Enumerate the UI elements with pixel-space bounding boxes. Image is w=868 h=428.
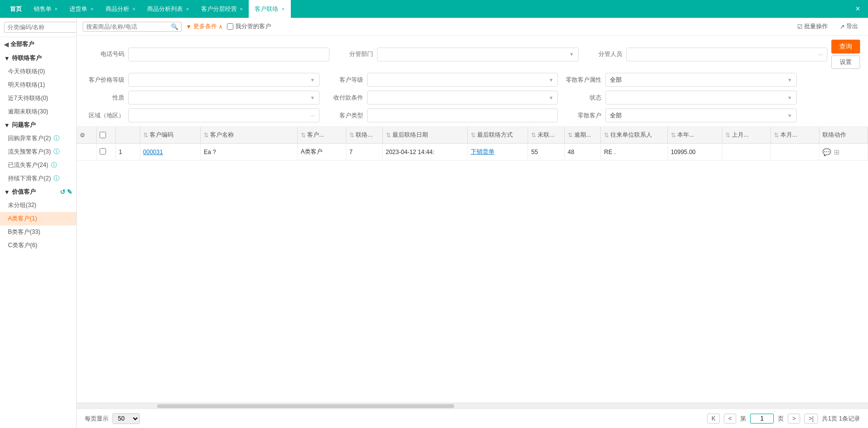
person-select[interactable]: ··· [626,48,827,61]
th-contact[interactable]: ⇅ 联络... [346,127,382,144]
region-dots-icon[interactable]: ··· [310,112,315,119]
th-this-month[interactable]: ⇅ 本月... [771,127,819,144]
td-gear [77,144,96,160]
horizontal-scrollbar[interactable] [77,403,868,409]
customer-type-label: 客户类型 [324,111,363,120]
next-page-button[interactable]: > [788,414,800,424]
sidebar-pending-contact-category[interactable]: ▼ 待联络客户 [0,52,76,65]
close-customer-segment-icon[interactable]: × [240,6,243,12]
td-last-contact-method[interactable]: 下销货单 [467,144,528,160]
sidebar-item-loss-warning[interactable]: 流失预警客户(3) ⓘ [0,145,76,159]
td-overdue: 48 [564,144,600,160]
sidebar-item-declining[interactable]: 持续下滑客户(2) ⓘ [0,172,76,185]
close-window-button[interactable]: × [852,4,864,13]
sidebar-value-customers-category[interactable]: ▼ 价值客户 ↺ ✎ [0,185,76,199]
region-select[interactable]: ··· [128,108,320,122]
payment-select[interactable]: ▼ [367,91,558,105]
refresh-icon[interactable]: ↺ [60,188,65,196]
first-page-button[interactable]: K [707,414,720,424]
th-last-contact-date[interactable]: ⇅ 最后联络日期 [382,127,467,144]
my-customers-check[interactable] [227,23,233,30]
td-name[interactable]: Ea ? [201,144,298,160]
more-actions-icon[interactable]: ⊞ [834,148,840,156]
info-icon-2: ⓘ [51,161,57,168]
sidebar-item-repurchase-abnormal[interactable]: 回购异常客户(2) ⓘ [0,132,76,145]
export-button[interactable]: ↗ 导出 [836,21,862,32]
nature-select[interactable]: ▼ [128,91,320,105]
status-select[interactable]: ▼ [605,91,797,105]
sidebar-item-ungrouped[interactable]: 未分组(32) [0,199,76,212]
row-checkbox[interactable] [100,148,106,155]
filter-panel: 电话号码 分管部门 ▼ 分管人员 ··· 查询 设置 客户价格等级 [77,36,868,127]
th-this-year[interactable]: ⇅ 本年... [667,127,722,144]
sidebar-search-input[interactable] [4,22,77,33]
price-level-select[interactable]: ▼ [128,73,320,87]
th-code[interactable]: ⇅ 客户编码 [140,127,200,144]
dept-select[interactable]: ▼ [377,48,578,61]
close-customer-contact-icon[interactable]: × [281,6,284,12]
table-select-all[interactable] [100,132,106,138]
sort-icon-code: ⇅ [143,132,148,139]
page-input[interactable] [755,415,769,422]
th-category[interactable]: ⇅ 客户... [298,127,346,144]
sidebar-all-customers[interactable]: ◀ 全部客户 [0,37,76,52]
my-customers-checkbox[interactable]: 我分管的客户 [227,22,271,31]
customer-type-select[interactable] [367,108,558,122]
phone-input[interactable] [128,48,329,61]
nav-sales[interactable]: 销售单 × [28,0,63,18]
close-product-analysis-icon[interactable]: × [132,6,135,12]
filter-row-1: 电话号码 分管部门 ▼ 分管人员 ··· 查询 设置 [85,40,860,69]
sort-icon-overdue: ⇅ [568,132,573,139]
nav-customer-contact[interactable]: 客户联络 × [249,0,290,18]
region-label: 区域（地区） [85,111,124,120]
th-check [96,127,115,144]
sidebar-item-7days[interactable]: 近7天待联络(0) [0,92,76,105]
th-name[interactable]: ⇅ 客户名称 [201,127,298,144]
th-last-contact-method[interactable]: ⇅ 最后联络方式 [467,127,528,144]
th-overdue[interactable]: ⇅ 逾期... [564,127,600,144]
sidebar-item-today[interactable]: 今天待联络(0) [0,65,76,78]
toolbar-search-icon[interactable]: 🔍 [171,23,178,30]
th-no-contact[interactable]: ⇅ 未联... [528,127,564,144]
customer-level-select[interactable]: ▼ [367,73,558,87]
scrollbar-thumb[interactable] [157,404,454,408]
nav-product-analysis[interactable]: 商品分析 × [100,0,141,18]
batch-ops-button[interactable]: ☑ 批量操作 [793,21,832,32]
search-input[interactable] [86,23,171,30]
person-dots-icon[interactable]: ··· [818,51,823,58]
sidebar-item-overdue[interactable]: 逾期未联络(30) [0,105,76,118]
th-unit-contact[interactable]: ⇅ 往来单位联系人 [601,127,668,144]
sidebar-item-b-class[interactable]: B类客户(33) [0,225,76,239]
per-page-select[interactable]: 50 100 200 [112,413,140,424]
message-icon[interactable]: 💬 [822,148,831,156]
info-icon-1: ⓘ [54,148,59,155]
th-last-month[interactable]: ⇅ 上月... [722,127,771,144]
nav-product-analysis-list[interactable]: 商品分析列表 × [141,0,195,18]
settings-button[interactable]: 设置 [831,55,860,69]
close-sales-icon[interactable]: × [54,6,57,12]
table-gear-icon[interactable]: ⚙ [80,132,85,139]
nav-home[interactable]: 首页 [4,0,28,18]
top-navigation: 首页 销售单 × 进货单 × 商品分析 × 商品分析列表 × 客户分层经营 × … [0,0,868,18]
close-purchase-icon[interactable]: × [90,6,93,12]
retail-customer-select[interactable]: 全部 ▼ [605,108,797,122]
sidebar-item-c-class[interactable]: C类客户(6) [0,239,76,252]
edit-icon[interactable]: ✎ [67,188,72,196]
more-conditions-button[interactable]: ▼ 更多条件 ∧ [186,22,223,31]
sidebar-item-tomorrow[interactable]: 明天待联络(1) [0,78,76,92]
sidebar-problem-customers-category[interactable]: ▼ 问题客户 [0,118,76,132]
customer-table: ⚙ ⇅ 客户编码 [77,127,868,160]
query-button[interactable]: 查询 [831,40,860,54]
retail-attr-select[interactable]: 全部 ▼ [605,73,797,87]
nature-label: 性质 [85,94,124,102]
tri-down-icon-2: ▼ [4,122,10,129]
sidebar-item-lost[interactable]: 已流失客户(24) ⓘ [0,159,76,172]
sidebar-item-a-class[interactable]: A类客户(1) [0,212,76,225]
close-product-list-icon[interactable]: × [186,6,189,12]
prev-page-button[interactable]: < [724,414,736,424]
last-page-button[interactable]: >| [804,414,818,424]
nav-customer-segment[interactable]: 客户分层经营 × [195,0,249,18]
nav-purchase[interactable]: 进货单 × [63,0,99,18]
td-code[interactable]: 000031 [140,144,200,160]
sort-icon-last-month: ⇅ [725,132,730,139]
